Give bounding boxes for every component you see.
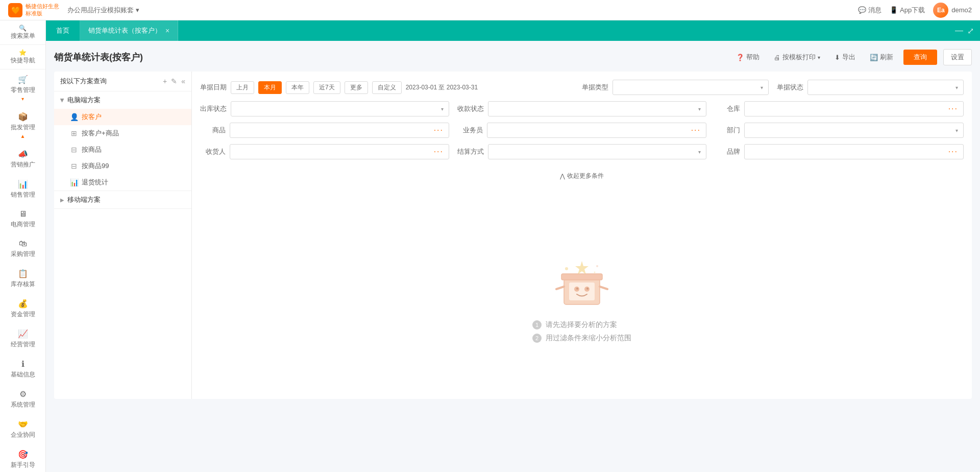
tab-bar: 首页 销货单统计表（按客户） × — ⤢ — [46, 20, 980, 41]
out-status-select[interactable]: ▾ — [231, 101, 449, 116]
recv-status-select[interactable]: ▾ — [488, 101, 706, 116]
refresh-button[interactable]: 🔄 刷新 — [866, 51, 897, 64]
main-content-wrapper: 按以下方案查询 + ✎ « ▶ — [54, 72, 972, 399]
edit-scheme-button[interactable]: ✎ — [171, 77, 177, 85]
scheme-item-customer[interactable]: 👤 按客户 — [54, 109, 191, 125]
sidebar-item-system[interactable]: ⚙ 系统管理 — [0, 384, 45, 414]
scheme-item-goods99[interactable]: ⊟ 按商品99 — [54, 158, 191, 174]
pc-scheme-group-header[interactable]: ▶ 电脑端方案 — [54, 91, 191, 109]
sidebar-item-marketing[interactable]: 📣 营销推广 — [0, 144, 45, 174]
svg-point-11 — [594, 272, 596, 273]
sidebar-item-basicinfo[interactable]: ℹ 基础信息 — [0, 354, 45, 384]
logo-area: 🧡 畅捷信好生意 标准版 — [8, 3, 59, 17]
filter-item-dept: 部门 ▾ — [715, 123, 964, 138]
svg-point-5 — [576, 288, 578, 290]
print-button[interactable]: 🖨 按模板打印 ▾ — [770, 51, 824, 64]
filter-item-date: 单据日期 上月 本月 本年 近7天 更多 自定义 — [200, 81, 574, 94]
message-button[interactable]: 💬 消息 — [858, 6, 881, 15]
industry-selector[interactable]: 办公用品行业模拟账套 ▾ — [63, 6, 143, 15]
tab-minimize-button[interactable]: — — [955, 26, 963, 35]
sidebar-item-inventory[interactable]: 📋 库存核算 — [0, 264, 45, 294]
svg-rect-2 — [569, 282, 595, 300]
app-download-button[interactable]: 📱 App下载 — [890, 6, 925, 15]
date-btn-7days[interactable]: 近7天 — [313, 81, 340, 94]
settings-button[interactable]: 设置 — [943, 49, 972, 65]
pc-scheme-arrow: ▶ — [60, 98, 65, 102]
svg-point-10 — [596, 265, 598, 267]
logo-text: 畅捷信好生意 标准版 — [26, 3, 59, 16]
filter-item-doc-type: 单据类型 ▾ — [582, 80, 769, 95]
query-button[interactable]: 查询 — [903, 50, 937, 65]
filter-item-doc-status: 单据状态 ▾ — [777, 80, 964, 95]
scheme-item-goods[interactable]: ⊟ 按商品 — [54, 141, 191, 158]
svg-point-6 — [586, 288, 589, 290]
sidebar-item-purchase[interactable]: 🛍 采购管理 — [0, 234, 45, 264]
add-scheme-button[interactable]: + — [163, 77, 167, 85]
empty-hint-2: 2 用过滤条件来缩小分析范围 — [532, 334, 631, 343]
sidebar-shortcut[interactable]: ⭐ 快捷导航 — [0, 45, 45, 69]
sidebar-item-finance[interactable]: 💰 资金管理 — [0, 294, 45, 324]
filter-item-out-status: 出库状态 ▾ — [200, 101, 449, 116]
filter-row-3: 商品 ··· — [200, 123, 964, 138]
scheme-item-returns[interactable]: 📊 退货统计 — [54, 174, 191, 191]
sidebar-item-business[interactable]: 📈 经营管理 — [0, 324, 45, 354]
brand-input[interactable]: ··· — [744, 144, 964, 159]
date-btn-more[interactable]: 更多 — [345, 81, 368, 94]
help-button[interactable]: ❓ 帮助 — [732, 51, 764, 64]
sidebar-item-retail[interactable]: 🛒 零售管理 ▾ — [0, 69, 45, 107]
tab-maximize-button[interactable]: ⤢ — [967, 26, 974, 36]
filter-item-warehouse: 仓库 ··· — [715, 101, 964, 116]
warehouse-input[interactable]: ··· — [744, 101, 964, 116]
mobile-scheme-arrow: ▶ — [60, 197, 64, 203]
scheme-item-customer-goods[interactable]: ⊞ 按客户+商品 — [54, 125, 191, 141]
date-range-display: 2023-03-01 至 2023-03-31 — [406, 83, 478, 92]
customer-goods-icon: ⊞ — [69, 129, 79, 137]
doc-status-select[interactable]: ▾ — [807, 80, 964, 95]
filter-item-goods: 商品 ··· — [200, 123, 449, 138]
right-content: 单据日期 上月 本月 本年 近7天 更多 自定义 — [192, 72, 972, 399]
collapse-bar: ⋀ 收起更多条件 — [200, 166, 964, 186]
sidebar-item-collab[interactable]: 🤝 企业协同 — [0, 414, 45, 444]
collapse-panel-button[interactable]: « — [181, 77, 185, 85]
sidebar-item-ecommerce[interactable]: 🖥 电商管理 — [0, 204, 45, 234]
filter-item-salesman: 业务员 ··· — [457, 123, 706, 138]
dept-select[interactable]: ▾ — [744, 123, 964, 138]
settle-select[interactable]: ▾ — [488, 144, 706, 159]
empty-illustration — [551, 251, 612, 312]
user-avatar: Ea — [933, 3, 948, 18]
sidebar-item-wholesale[interactable]: 📦 批发管理 ▲ — [0, 107, 45, 144]
svg-rect-1 — [561, 274, 602, 280]
user-profile[interactable]: Ea demo2 — [933, 3, 972, 18]
goods-input[interactable]: ··· — [230, 123, 449, 138]
date-btn-this-month[interactable]: 本月 — [258, 81, 282, 94]
sidebar-search[interactable]: 🔍 搜索菜单 — [0, 20, 45, 45]
top-bar: 🧡 畅捷信好生意 标准版 办公用品行业模拟账套 ▾ 💬 消息 📱 App下载 — [0, 0, 980, 20]
tab-sales-report[interactable]: 销货单统计表（按客户） × — [80, 20, 178, 41]
filter-row-1: 单据日期 上月 本月 本年 近7天 更多 自定义 — [200, 80, 964, 95]
doc-type-select[interactable]: ▾ — [612, 80, 769, 95]
split-layout: 按以下方案查询 + ✎ « ▶ — [54, 72, 972, 399]
page-title: 销货单统计表(按客户) — [54, 51, 143, 63]
pc-scheme-group: ▶ 电脑端方案 👤 按客户 ⊞ 按客户+商品 — [54, 91, 191, 191]
tab-close-button[interactable]: × — [165, 27, 169, 35]
tab-home[interactable]: 首页 — [46, 20, 80, 41]
left-panel: 按以下方案查询 + ✎ « ▶ — [54, 72, 192, 399]
sidebar-item-sales[interactable]: 📊 销售管理 — [0, 174, 45, 204]
date-btn-custom[interactable]: 自定义 — [372, 81, 402, 94]
filter-row-4: 收货人 ··· — [200, 144, 964, 159]
date-btn-this-year[interactable]: 本年 — [286, 81, 309, 94]
date-btn-last-month[interactable]: 上月 — [231, 81, 254, 94]
mobile-scheme-group-header[interactable]: ▶ 移动端方案 — [54, 191, 191, 208]
sidebar-item-guide[interactable]: 🎯 新手引导 — [0, 444, 45, 472]
returns-icon: 📊 — [69, 178, 79, 186]
left-panel-header: 按以下方案查询 + ✎ « — [54, 72, 191, 91]
goods99-icon: ⊟ — [69, 162, 79, 170]
recipient-input[interactable]: ··· — [230, 144, 449, 159]
export-button[interactable]: ⬇ 导出 — [830, 51, 860, 64]
content-area: 首页 销货单统计表（按客户） × — ⤢ 销货单统计表(按客户) — [46, 20, 980, 472]
collapse-button[interactable]: ⋀ 收起更多条件 — [554, 170, 610, 182]
page-title-bar: 销货单统计表(按客户) ❓ 帮助 🖨 按模板打印 ▾ ⬇ — [54, 49, 972, 65]
salesman-input[interactable]: ··· — [487, 123, 706, 138]
tab-controls: — ⤢ — [955, 26, 980, 36]
filter-panel: 单据日期 上月 本月 本年 近7天 更多 自定义 — [192, 72, 972, 195]
